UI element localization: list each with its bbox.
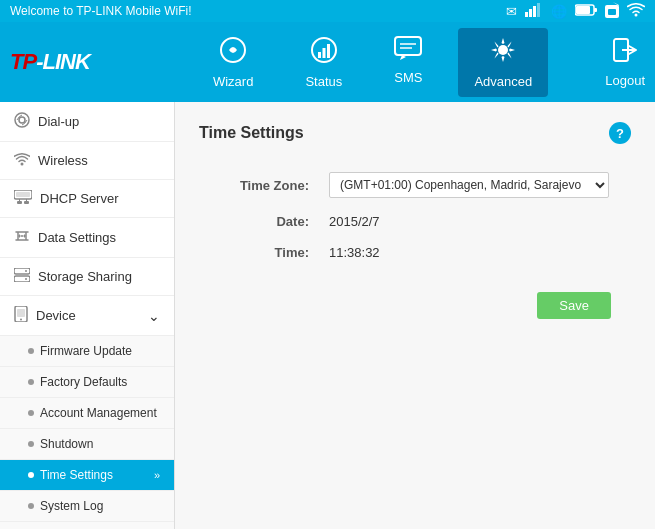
svg-rect-28 — [24, 201, 29, 204]
svg-rect-31 — [14, 268, 30, 274]
main-layout: Dial-up Wireless DHCP Server Data Settin… — [0, 102, 655, 529]
date-value: 2015/2/7 — [319, 206, 631, 237]
svg-rect-2 — [533, 6, 536, 17]
sidebar-dial-up-label: Dial-up — [38, 114, 79, 129]
sidebar-dhcp-label: DHCP Server — [40, 191, 119, 206]
status-icon — [310, 36, 338, 70]
advanced-icon — [489, 36, 517, 70]
sms-icon — [394, 36, 422, 66]
svg-rect-14 — [322, 48, 325, 58]
sidebar-item-time-settings[interactable]: Time Settings » — [0, 460, 174, 491]
top-bar: Welcome to TP-LINK Mobile WiFi! ✉ 🌐 — [0, 0, 655, 22]
svg-rect-0 — [525, 12, 528, 17]
sidebar-item-dhcp-server[interactable]: DHCP Server — [0, 180, 174, 218]
save-button[interactable]: Save — [537, 292, 611, 319]
svg-point-37 — [20, 319, 22, 321]
dhcp-icon — [14, 190, 32, 207]
sidebar-device-label: Device — [36, 308, 76, 323]
time-settings-form: Time Zone: (GMT+01:00) Copenhagen, Madri… — [199, 164, 631, 268]
time-dot — [28, 472, 34, 478]
device-icon — [14, 306, 28, 325]
wifi-icon — [627, 3, 645, 20]
svg-rect-16 — [395, 37, 421, 55]
main-content: Time Settings ? Time Zone: (GMT+01:00) C… — [175, 102, 655, 529]
nav-logout[interactable]: Logout — [605, 37, 645, 88]
sidebar-wireless-label: Wireless — [38, 153, 88, 168]
svg-rect-1 — [529, 9, 532, 17]
account-dot — [28, 410, 34, 416]
sidebar-item-data-settings[interactable]: Data Settings — [0, 218, 174, 258]
sidebar-item-wireless[interactable]: Wireless — [0, 142, 174, 180]
nav-item-wizard[interactable]: Wizard — [197, 28, 269, 97]
shutdown-label: Shutdown — [40, 437, 93, 451]
page-title-row: Time Settings ? — [199, 122, 631, 144]
signal-icon — [525, 3, 543, 20]
logo: TP-LINK — [10, 49, 140, 75]
nav-item-advanced[interactable]: Advanced — [458, 28, 548, 97]
svg-rect-6 — [594, 8, 597, 12]
sidebar-item-storage-sharing[interactable]: Storage Sharing — [0, 258, 174, 296]
svg-point-24 — [21, 163, 24, 166]
sidebar-storage-label: Storage Sharing — [38, 269, 132, 284]
nav-wizard-label: Wizard — [213, 74, 253, 89]
globe-icon: 🌐 — [551, 4, 567, 19]
account-label: Account Management — [40, 406, 157, 420]
sidebar-item-system-log[interactable]: System Log — [0, 491, 174, 522]
svg-rect-13 — [318, 52, 321, 58]
logout-icon — [612, 37, 638, 69]
time-row: Time: 11:38:32 — [199, 237, 631, 268]
nav-advanced-label: Advanced — [474, 74, 532, 89]
date-row: Date: 2015/2/7 — [199, 206, 631, 237]
firmware-dot — [28, 348, 34, 354]
timezone-label: Time Zone: — [199, 164, 319, 206]
help-icon[interactable]: ? — [609, 122, 631, 144]
sidebar-item-account-management[interactable]: Account Management — [0, 398, 174, 429]
dial-up-icon — [14, 112, 30, 131]
top-bar-icons: ✉ 🌐 — [506, 2, 645, 21]
time-settings-label: Time Settings — [40, 468, 113, 482]
time-arrow-icon: » — [154, 469, 160, 481]
sidebar: Dial-up Wireless DHCP Server Data Settin… — [0, 102, 175, 529]
system-log-label: System Log — [40, 499, 103, 513]
sidebar-item-firmware-update[interactable]: Firmware Update — [0, 336, 174, 367]
date-label: Date: — [199, 206, 319, 237]
firmware-label: Firmware Update — [40, 344, 132, 358]
time-value: 11:38:32 — [319, 237, 631, 268]
sidebar-item-dial-up[interactable]: Dial-up — [0, 102, 174, 142]
svg-rect-5 — [576, 6, 590, 14]
timezone-select[interactable]: (GMT+01:00) Copenhagen, Madrid, Sarajevo — [329, 172, 609, 198]
timezone-select-cell: (GMT+01:00) Copenhagen, Madrid, Sarajevo — [319, 164, 631, 206]
svg-rect-15 — [327, 44, 330, 58]
sidebar-item-about-device[interactable]: About Device — [0, 522, 174, 529]
sidebar-item-shutdown[interactable]: Shutdown — [0, 429, 174, 460]
svg-point-34 — [25, 278, 27, 280]
system-log-dot — [28, 503, 34, 509]
svg-point-23 — [19, 117, 25, 123]
nav-item-status[interactable]: Status — [289, 28, 358, 97]
envelope-icon: ✉ — [506, 4, 517, 19]
data-settings-icon — [14, 228, 30, 247]
sim-icon — [605, 2, 619, 21]
wizard-icon — [219, 36, 247, 70]
battery-icon — [575, 4, 597, 19]
save-row: Save — [199, 292, 631, 319]
time-label: Time: — [199, 237, 319, 268]
sidebar-sub-menu: Firmware Update Factory Defaults Account… — [0, 336, 174, 529]
logout-label: Logout — [605, 73, 645, 88]
svg-point-10 — [635, 13, 638, 16]
svg-rect-9 — [608, 9, 616, 15]
page-title: Time Settings — [199, 124, 304, 142]
nav-items: Wizard Status SMS Advanced — [140, 28, 605, 97]
sidebar-item-device[interactable]: Device ⌄ — [0, 296, 174, 336]
factory-dot — [28, 379, 34, 385]
sidebar-data-settings-label: Data Settings — [38, 230, 116, 245]
storage-icon — [14, 268, 30, 285]
svg-rect-26 — [16, 192, 30, 197]
svg-rect-3 — [537, 3, 540, 17]
svg-point-19 — [498, 45, 508, 55]
nav-status-label: Status — [305, 74, 342, 89]
sidebar-item-factory-defaults[interactable]: Factory Defaults — [0, 367, 174, 398]
svg-rect-32 — [14, 276, 30, 282]
nav-item-sms[interactable]: SMS — [378, 28, 438, 97]
device-chevron-icon: ⌄ — [148, 308, 160, 324]
